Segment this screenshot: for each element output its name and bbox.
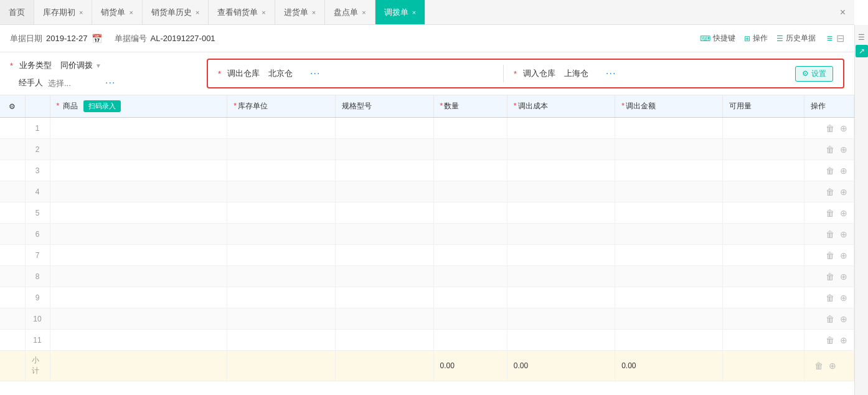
row-available-7[interactable] bbox=[723, 245, 804, 266]
row-unit-6[interactable] bbox=[227, 224, 335, 245]
sidebar-list-icon[interactable]: ☰ bbox=[856, 31, 868, 44]
tab-inventory-init-close[interactable]: × bbox=[79, 9, 83, 16]
row-available-8[interactable] bbox=[723, 266, 804, 287]
warehouse-in-more-btn[interactable]: ··· bbox=[603, 68, 618, 79]
tab-view-sales-close[interactable]: × bbox=[262, 9, 265, 16]
delete-icon-1[interactable]: 🗑 bbox=[826, 123, 834, 133]
business-type-dropdown[interactable]: 同价调拨 ▼ bbox=[57, 59, 105, 72]
shortcuts-btn[interactable]: ⌨ 快捷键 bbox=[700, 33, 735, 44]
form-settings-btn[interactable]: ⚙ 设置 bbox=[795, 66, 833, 82]
copy-icon-10[interactable]: ⊕ bbox=[840, 314, 847, 324]
row-available-5[interactable] bbox=[723, 202, 804, 224]
row-qty-10[interactable] bbox=[433, 308, 507, 330]
row-amount-8[interactable] bbox=[615, 266, 723, 287]
row-cost-3[interactable] bbox=[507, 160, 615, 181]
tab-view-sales[interactable]: 查看销货单 × bbox=[209, 0, 275, 24]
row-product-3[interactable] bbox=[50, 160, 227, 181]
row-qty-1[interactable] bbox=[433, 118, 507, 139]
copy-icon-7[interactable]: ⊕ bbox=[840, 250, 847, 260]
tab-home[interactable]: 首页 bbox=[0, 0, 34, 24]
row-amount-5[interactable] bbox=[615, 202, 723, 224]
layout-icon-1[interactable]: ≡ bbox=[827, 33, 833, 44]
row-qty-11[interactable] bbox=[433, 330, 507, 351]
row-product-11[interactable] bbox=[50, 330, 227, 351]
row-spec-5[interactable] bbox=[335, 202, 433, 224]
subtotal-copy-icon[interactable]: ⊕ bbox=[829, 361, 836, 371]
row-available-11[interactable] bbox=[723, 330, 804, 351]
row-cost-4[interactable] bbox=[507, 181, 615, 202]
layout-icon-2[interactable]: ⊟ bbox=[836, 32, 844, 44]
history-btn[interactable]: ☰ 历史单据 bbox=[776, 33, 816, 44]
row-available-6[interactable] bbox=[723, 224, 804, 245]
row-spec-2[interactable] bbox=[335, 139, 433, 160]
row-available-3[interactable] bbox=[723, 160, 804, 181]
row-cost-7[interactable] bbox=[507, 245, 615, 266]
row-unit-10[interactable] bbox=[227, 308, 335, 330]
tab-purchase-close[interactable]: × bbox=[312, 9, 316, 16]
row-cost-10[interactable] bbox=[507, 308, 615, 330]
row-unit-11[interactable] bbox=[227, 330, 335, 351]
tab-stocktake[interactable]: 盘点单 × bbox=[325, 0, 375, 24]
row-qty-2[interactable] bbox=[433, 139, 507, 160]
delete-icon-2[interactable]: 🗑 bbox=[826, 145, 834, 155]
copy-icon-2[interactable]: ⊕ bbox=[840, 145, 847, 155]
warehouse-out-more-btn[interactable]: ··· bbox=[308, 68, 323, 79]
calendar-icon[interactable]: 📅 bbox=[92, 34, 102, 44]
scan-btn[interactable]: 扫码录入 bbox=[83, 100, 121, 112]
operations-btn[interactable]: ⊞ 操作 bbox=[744, 33, 768, 44]
tab-transfer-close[interactable]: × bbox=[412, 9, 416, 16]
tab-sales-history-close[interactable]: × bbox=[196, 9, 199, 16]
row-qty-6[interactable] bbox=[433, 224, 507, 245]
row-spec-10[interactable] bbox=[335, 308, 433, 330]
copy-icon-5[interactable]: ⊕ bbox=[840, 208, 847, 218]
tab-inventory-init[interactable]: 库存期初 × bbox=[34, 0, 92, 24]
delete-icon-3[interactable]: 🗑 bbox=[826, 166, 834, 176]
row-unit-5[interactable] bbox=[227, 202, 335, 224]
row-unit-8[interactable] bbox=[227, 266, 335, 287]
row-cost-2[interactable] bbox=[507, 139, 615, 160]
row-spec-11[interactable] bbox=[335, 330, 433, 351]
row-product-8[interactable] bbox=[50, 266, 227, 287]
copy-icon-1[interactable]: ⊕ bbox=[840, 123, 847, 133]
row-unit-9[interactable] bbox=[227, 287, 335, 308]
copy-icon-3[interactable]: ⊕ bbox=[840, 166, 847, 176]
tab-sales-order[interactable]: 销货单 × bbox=[92, 0, 142, 24]
subtotal-delete-icon[interactable]: 🗑 bbox=[814, 361, 823, 371]
row-cost-9[interactable] bbox=[507, 287, 615, 308]
row-product-10[interactable] bbox=[50, 308, 227, 330]
delete-icon-11[interactable]: 🗑 bbox=[826, 335, 834, 345]
row-cost-5[interactable] bbox=[507, 202, 615, 224]
row-amount-9[interactable] bbox=[615, 287, 723, 308]
row-product-1[interactable] bbox=[50, 118, 227, 139]
row-spec-3[interactable] bbox=[335, 160, 433, 181]
delete-icon-6[interactable]: 🗑 bbox=[826, 229, 834, 239]
handler-more-btn[interactable]: ··· bbox=[103, 77, 118, 88]
copy-icon-8[interactable]: ⊕ bbox=[840, 272, 847, 282]
row-qty-9[interactable] bbox=[433, 287, 507, 308]
delete-icon-7[interactable]: 🗑 bbox=[826, 250, 834, 260]
row-spec-6[interactable] bbox=[335, 224, 433, 245]
row-spec-9[interactable] bbox=[335, 287, 433, 308]
row-amount-7[interactable] bbox=[615, 245, 723, 266]
tab-bar-close-btn[interactable]: × bbox=[831, 7, 854, 18]
copy-icon-11[interactable]: ⊕ bbox=[840, 335, 847, 345]
tab-stocktake-close[interactable]: × bbox=[362, 9, 366, 16]
row-qty-7[interactable] bbox=[433, 245, 507, 266]
row-amount-1[interactable] bbox=[615, 118, 723, 139]
row-unit-7[interactable] bbox=[227, 245, 335, 266]
row-product-7[interactable] bbox=[50, 245, 227, 266]
tab-purchase[interactable]: 进货单 × bbox=[275, 0, 325, 24]
row-available-9[interactable] bbox=[723, 287, 804, 308]
row-unit-1[interactable] bbox=[227, 118, 335, 139]
tab-sales-order-close[interactable]: × bbox=[129, 9, 133, 16]
row-cost-6[interactable] bbox=[507, 224, 615, 245]
copy-icon-9[interactable]: ⊕ bbox=[840, 293, 847, 303]
row-product-9[interactable] bbox=[50, 287, 227, 308]
delete-icon-10[interactable]: 🗑 bbox=[826, 314, 834, 324]
row-qty-5[interactable] bbox=[433, 202, 507, 224]
row-qty-4[interactable] bbox=[433, 181, 507, 202]
row-qty-3[interactable] bbox=[433, 160, 507, 181]
delete-icon-8[interactable]: 🗑 bbox=[826, 272, 834, 282]
row-unit-3[interactable] bbox=[227, 160, 335, 181]
row-available-10[interactable] bbox=[723, 308, 804, 330]
